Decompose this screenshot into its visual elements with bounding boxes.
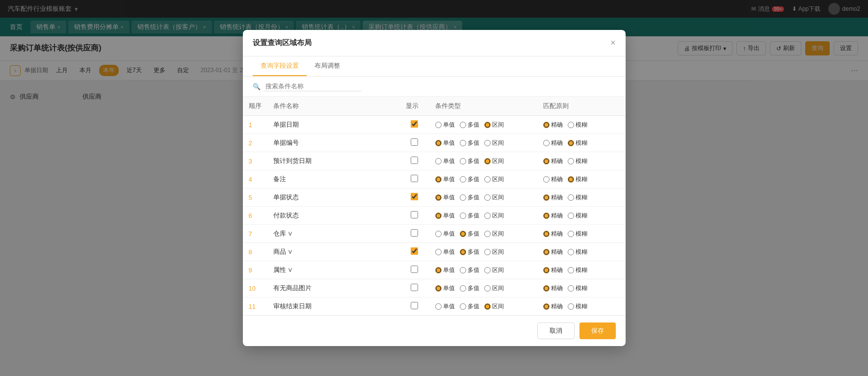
th-order: 顺序 [243,97,267,113]
th-display: 显示 [400,97,429,113]
tab-query-fields[interactable]: 查询字段设置 [253,56,307,76]
th-type: 条件类型 [429,97,537,113]
table-scroll: 顺序 条件名称 显示 条件类型 匹配原则 1单据日期单值多值区间精确模糊2单据编… [243,97,626,113]
settings-dialog: 设置查询区域布局 × 查询字段设置 布局调整 🔍 顺序 [243,30,626,113]
dialog-tabs: 查询字段设置 布局调整 [243,56,626,77]
settings-table: 顺序 条件名称 显示 条件类型 匹配原则 1单据日期单值多值区间精确模糊2单据编… [243,97,626,113]
th-match: 匹配原则 [537,97,626,113]
search-icon: 🔍 [253,83,261,90]
search-input[interactable] [263,81,362,91]
dialog-body: 顺序 条件名称 显示 条件类型 匹配原则 1单据日期单值多值区间精确模糊2单据编… [243,97,626,113]
tab-layout[interactable]: 布局调整 [307,56,348,76]
dialog-close-button[interactable]: × [610,38,616,48]
dialog-header: 设置查询区域布局 × [243,30,626,56]
dialog-title: 设置查询区域布局 [253,38,312,48]
modal-overlay: 设置查询区域布局 × 查询字段设置 布局调整 🔍 顺序 [0,0,868,113]
search-bar: 🔍 [243,77,626,97]
th-name: 条件名称 [267,97,400,113]
